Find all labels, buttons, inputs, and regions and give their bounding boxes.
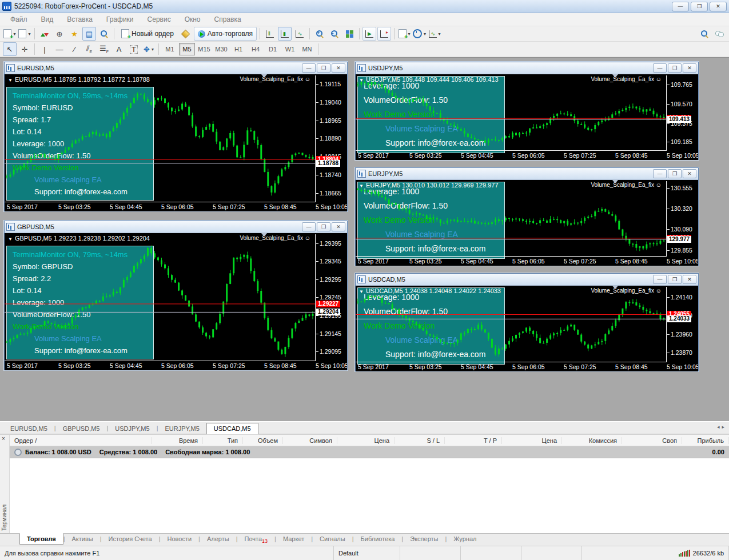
chat-button[interactable] bbox=[712, 27, 726, 41]
horizontal-line-button[interactable]: — bbox=[53, 42, 66, 56]
chart-shift-marker[interactable] bbox=[612, 74, 618, 78]
chart-titlebar-usdcad[interactable]: USDCAD,M5—❒✕ bbox=[356, 274, 698, 286]
chart-titlebar-eurjpy[interactable]: EURJPY,M5—❒✕ bbox=[356, 168, 698, 180]
timeframe-d1-button[interactable]: D1 bbox=[265, 43, 281, 55]
column-header-11[interactable]: Прибыль bbox=[682, 437, 729, 444]
chart-canvas-eurjpy[interactable]: Leverage: 1000VolumeOrderFlow: 1.50Work … bbox=[356, 180, 698, 266]
menu-Окно[interactable]: Окно bbox=[179, 14, 209, 25]
terminal-tab-журнал[interactable]: Журнал bbox=[447, 534, 483, 544]
chart-minimize-button[interactable]: — bbox=[653, 275, 667, 284]
chart-canvas-usdcad[interactable]: Leverage: 1000VolumeOrderFlow: 1.50Work … bbox=[356, 286, 698, 371]
column-header-order[interactable]: Ордер / bbox=[10, 437, 152, 444]
collapse-arrow-icon[interactable]: ▼ bbox=[359, 289, 364, 294]
chart-close-button[interactable]: ✕ bbox=[683, 169, 696, 178]
new-chart-button[interactable]: +▾ bbox=[3, 27, 17, 41]
channel-button[interactable]: ⫽E bbox=[82, 42, 96, 56]
periods-button[interactable]: ▾ bbox=[412, 27, 427, 41]
collapse-arrow-icon[interactable]: ▼ bbox=[8, 78, 13, 83]
menu-Графики[interactable]: Графики bbox=[101, 14, 142, 25]
templates-button[interactable]: ∿▾ bbox=[428, 27, 441, 41]
timeframe-m1-button[interactable]: M1 bbox=[162, 43, 178, 55]
column-header-4[interactable]: Символ bbox=[283, 437, 337, 444]
zoom-out-button[interactable]: - bbox=[328, 27, 341, 41]
timeframe-m15-button[interactable]: M15 bbox=[196, 43, 212, 55]
chart-minimize-button[interactable]: — bbox=[653, 63, 667, 73]
terminal-tab-эксперты[interactable]: Эксперты bbox=[403, 534, 445, 544]
cursor-tool-button[interactable]: ↖ bbox=[3, 42, 17, 56]
chart-canvas-usdjpy[interactable]: Leverage: 1000VolumeOrderFlow: 1.50Work … bbox=[356, 74, 698, 160]
vertical-line-button[interactable]: | bbox=[38, 42, 51, 56]
timeframe-h1-button[interactable]: H1 bbox=[230, 43, 246, 55]
auto-scroll-button[interactable]: ▶ bbox=[362, 27, 376, 41]
autotrading-button[interactable]: Авто-торговля bbox=[194, 27, 257, 41]
chart-line-button[interactable]: ∿ bbox=[293, 27, 306, 41]
metaeditor-button[interactable] bbox=[179, 27, 193, 41]
menu-Вид[interactable]: Вид bbox=[35, 14, 62, 25]
column-header-10[interactable]: Своп bbox=[622, 437, 682, 444]
trendline-button[interactable]: ∕ bbox=[67, 42, 81, 56]
terminal-tab-сигналы[interactable]: Сигналы bbox=[313, 534, 352, 544]
market-watch-button[interactable] bbox=[38, 27, 51, 41]
zoom-in-button[interactable]: + bbox=[313, 27, 326, 41]
chart-bars-button[interactable]: ‖ bbox=[263, 27, 277, 41]
timeframe-m30-button[interactable]: M30 bbox=[213, 43, 229, 55]
chart-shift-button[interactable]: ▸ bbox=[377, 27, 391, 41]
chart-tab-eurjpy[interactable]: EURJPY,M5 bbox=[158, 423, 206, 434]
chart-close-button[interactable]: ✕ bbox=[683, 63, 696, 73]
ohlc-header[interactable]: ▼USDJPY,M5 109.448 109.444 109.406 109.4… bbox=[359, 76, 499, 83]
collapse-arrow-icon[interactable]: ▼ bbox=[8, 237, 13, 242]
chart-canvas-gbpusd[interactable]: TerminalMonitor ON, 79ms, ~14msSymbol: G… bbox=[5, 233, 347, 370]
menu-Файл[interactable]: Файл bbox=[5, 14, 35, 25]
terminal-tab-библиотека[interactable]: Библиотека bbox=[354, 534, 402, 544]
chart-titlebar-eurusd[interactable]: EURUSD,M5—❒✕ bbox=[5, 62, 347, 74]
collapse-arrow-icon[interactable]: ▼ bbox=[359, 183, 364, 189]
chart-close-button[interactable]: ✕ bbox=[332, 222, 345, 231]
column-header-7[interactable]: T / P bbox=[445, 437, 502, 444]
terminal-tab-активы[interactable]: Активы bbox=[65, 534, 100, 544]
column-header-8[interactable]: Цена bbox=[502, 437, 562, 444]
profiles-button[interactable]: ▾ bbox=[18, 27, 31, 41]
chart-tab-gbpusd[interactable]: GBPUSD,M5 bbox=[56, 423, 107, 434]
menu-Сервис[interactable]: Сервис bbox=[142, 14, 179, 25]
chart-close-button[interactable]: ✕ bbox=[332, 63, 345, 73]
chart-restore-button[interactable]: ❒ bbox=[317, 63, 330, 73]
chart-candles-button[interactable]: ▮ bbox=[278, 27, 292, 41]
ohlc-header[interactable]: ▼GBPUSD,M5 1.29223 1.29238 1.29202 1.292… bbox=[8, 235, 150, 242]
tab-scroll-arrows[interactable]: ◂▸ bbox=[717, 424, 727, 430]
terminal-tab-новости[interactable]: Новости bbox=[161, 534, 199, 544]
column-header-5[interactable]: Цена bbox=[337, 437, 395, 444]
chart-shift-marker[interactable] bbox=[261, 233, 267, 237]
terminal-close-icon[interactable]: × bbox=[2, 436, 5, 442]
chart-shift-marker[interactable] bbox=[612, 286, 618, 289]
chart-restore-button[interactable]: ❒ bbox=[668, 275, 682, 284]
status-profile[interactable]: Default bbox=[334, 546, 400, 560]
strategy-tester-button[interactable] bbox=[97, 27, 111, 41]
chart-shift-marker[interactable] bbox=[261, 74, 267, 78]
menu-Справка[interactable]: Справка bbox=[209, 14, 249, 25]
column-header-9[interactable]: Комиссия bbox=[562, 437, 622, 444]
window-minimize-button[interactable]: — bbox=[672, 2, 689, 11]
chart-tab-eurusd[interactable]: EURUSD,M5 bbox=[3, 423, 54, 434]
chart-titlebar-usdjpy[interactable]: USDJPY,M5—❒✕ bbox=[356, 62, 698, 74]
terminal-tab-алерты[interactable]: Алерты bbox=[200, 534, 236, 544]
terminal-tab-почта[interactable]: Почта13 bbox=[238, 534, 275, 546]
tile-windows-button[interactable] bbox=[342, 27, 356, 41]
terminal-tab-торговля[interactable]: Торговля bbox=[19, 533, 63, 545]
text-tool-button[interactable]: A bbox=[112, 42, 126, 56]
timeframe-m5-button[interactable]: M5 bbox=[179, 43, 195, 55]
column-header-2[interactable]: Тип bbox=[203, 437, 243, 444]
navigator-button[interactable]: ★ bbox=[67, 27, 81, 41]
chart-titlebar-gbpusd[interactable]: GBPUSD,M5—❒✕ bbox=[5, 221, 347, 233]
indicators-button[interactable]: +▾ bbox=[397, 27, 411, 41]
chart-minimize-button[interactable]: — bbox=[302, 63, 316, 73]
terminal-tab-история-счета[interactable]: История Счета bbox=[102, 534, 159, 544]
column-header-3[interactable]: Объем bbox=[243, 437, 283, 444]
chart-minimize-button[interactable]: — bbox=[302, 222, 316, 231]
search-button[interactable] bbox=[698, 27, 711, 41]
fibonacci-button[interactable]: ☰F bbox=[97, 42, 111, 56]
arrows-tool-button[interactable]: ✥▾ bbox=[142, 42, 156, 56]
window-restore-button[interactable]: ❒ bbox=[691, 2, 708, 11]
timeframe-h4-button[interactable]: H4 bbox=[248, 43, 264, 55]
text-label-button[interactable]: T bbox=[127, 42, 141, 56]
ohlc-header[interactable]: ▼EURUSD,M5 1.18785 1.18792 1.18772 1.187… bbox=[8, 76, 150, 83]
